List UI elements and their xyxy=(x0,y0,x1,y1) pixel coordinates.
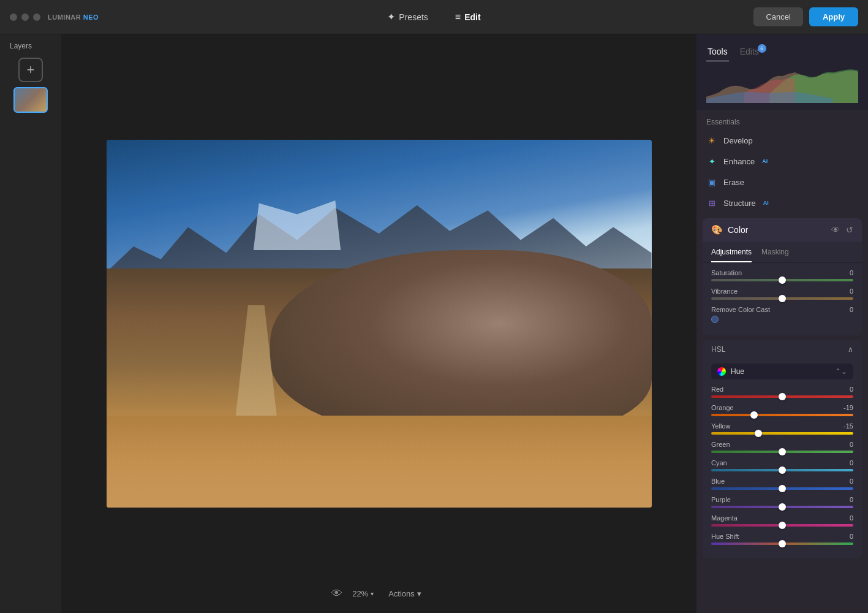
hsl-green-thumb[interactable] xyxy=(779,448,786,455)
color-cast-picker[interactable] xyxy=(711,316,719,323)
structure-icon: ⊞ xyxy=(706,197,717,208)
add-layer-button[interactable]: + xyxy=(18,58,43,82)
develop-label: Develop xyxy=(723,136,753,145)
photo-background xyxy=(107,140,652,508)
saturation-slider[interactable] xyxy=(711,279,853,281)
erase-icon: ▣ xyxy=(706,177,717,188)
close-button[interactable] xyxy=(10,13,17,21)
hsl-cyan-thumb[interactable] xyxy=(779,466,786,474)
zoom-arrow-icon: ▾ xyxy=(371,590,374,597)
hsl-hueshift-label: Hue Shift xyxy=(711,533,739,540)
hsl-orange-slider[interactable] xyxy=(711,414,853,416)
desert-floor xyxy=(107,416,652,508)
canvas-toolbar: 👁 22% ▾ Actions ▾ xyxy=(331,587,426,601)
tool-item-enhance[interactable]: ✦ Enhance AI xyxy=(696,151,868,172)
vibrance-slider[interactable] xyxy=(711,297,853,300)
reset-icon[interactable]: ↺ xyxy=(846,225,853,235)
hsl-orange-label: Orange xyxy=(711,404,734,411)
hsl-hueshift-row: Hue Shift 0 xyxy=(711,533,853,545)
hsl-cyan-slider[interactable] xyxy=(711,469,853,471)
zoom-control[interactable]: 22% ▾ xyxy=(352,589,374,598)
hsl-channel-dropdown[interactable]: Hue ⌃⌄ xyxy=(711,364,853,379)
rock-detail xyxy=(270,250,652,434)
hsl-red-value: 0 xyxy=(839,386,853,393)
hsl-hueshift-thumb[interactable] xyxy=(779,540,786,547)
app-name: LUMINAR NEO xyxy=(48,13,99,21)
vibrance-value: 0 xyxy=(839,287,853,295)
tab-masking[interactable]: Masking xyxy=(761,245,789,262)
hsl-section: HSL ∧ Hue ⌃⌄ Red 0 xyxy=(703,340,862,558)
cancel-button[interactable]: Cancel xyxy=(753,7,802,26)
tool-item-structure[interactable]: ⊞ Structure AI xyxy=(696,192,868,213)
hsl-cyan-value: 0 xyxy=(839,459,853,466)
structure-label: Structure xyxy=(723,199,756,208)
hsl-yellow-slider[interactable] xyxy=(711,432,853,435)
titlebar-center: ✦ Presets ≡ Edit xyxy=(381,7,486,26)
hsl-title: HSL xyxy=(711,345,848,354)
presets-icon: ✦ xyxy=(387,11,395,23)
photo-frame xyxy=(107,140,652,508)
enhance-ai-badge: AI xyxy=(762,158,768,164)
hsl-magenta-slider[interactable] xyxy=(711,524,853,527)
color-cast-row xyxy=(711,316,853,323)
edit-button[interactable]: ≡ Edit xyxy=(449,8,487,26)
hsl-purple-slider[interactable] xyxy=(711,506,853,508)
vibrance-thumb[interactable] xyxy=(779,295,786,302)
histogram-svg xyxy=(706,69,858,103)
hsl-collapse-icon[interactable]: ∧ xyxy=(848,345,853,354)
hsl-purple-thumb[interactable] xyxy=(779,503,786,511)
hsl-color-circle xyxy=(717,367,726,376)
enhance-icon: ✦ xyxy=(706,156,717,167)
hsl-magenta-value: 0 xyxy=(839,514,853,522)
hsl-dropdown-label: Hue xyxy=(731,367,830,376)
hsl-cyan-row: Cyan 0 xyxy=(711,459,853,471)
color-panel: 🎨 Color 👁 ↺ Adjustments Masking Sat xyxy=(703,218,862,335)
hsl-purple-row: Purple 0 xyxy=(711,496,853,508)
layers-label: Layers xyxy=(10,42,32,50)
develop-icon: ☀ xyxy=(706,135,717,146)
tab-edits[interactable]: Edits 6 xyxy=(739,42,760,61)
color-panel-title: Color xyxy=(728,225,826,235)
color-cast-label: Remove Color Cast xyxy=(711,306,770,313)
hsl-header: HSL ∧ xyxy=(703,340,862,359)
saturation-value: 0 xyxy=(839,269,853,276)
panel-header-icons: 👁 ↺ xyxy=(831,225,853,235)
hsl-red-slider[interactable] xyxy=(711,395,853,398)
color-adj-tabs: Adjustments Masking xyxy=(703,242,862,263)
tab-tools[interactable]: Tools xyxy=(706,42,729,61)
hsl-blue-thumb[interactable] xyxy=(779,485,786,492)
hsl-magenta-row: Magenta 0 xyxy=(711,514,853,527)
hsl-yellow-thumb[interactable] xyxy=(755,430,762,437)
visibility-icon[interactable]: 👁 xyxy=(831,225,840,235)
hsl-purple-value: 0 xyxy=(839,496,853,503)
hsl-purple-label: Purple xyxy=(711,496,731,503)
hsl-green-slider[interactable] xyxy=(711,451,853,453)
hsl-hueshift-slider[interactable] xyxy=(711,543,853,545)
hsl-green-label: Green xyxy=(711,441,730,448)
adj-content: Saturation 0 Vibrance 0 xyxy=(703,263,862,335)
hsl-red-row: Red 0 xyxy=(711,386,853,398)
hsl-blue-row: Blue 0 xyxy=(711,478,853,490)
hsl-dropdown-arrow-icon: ⌃⌄ xyxy=(835,367,847,376)
tool-item-develop[interactable]: ☀ Develop xyxy=(696,130,868,151)
saturation-thumb[interactable] xyxy=(779,276,786,284)
apply-button[interactable]: Apply xyxy=(809,7,858,26)
layer-thumbnail[interactable] xyxy=(13,87,48,113)
minimize-button[interactable] xyxy=(21,13,29,21)
maximize-button[interactable] xyxy=(33,13,40,21)
hsl-magenta-thumb[interactable] xyxy=(779,522,786,529)
hsl-blue-slider[interactable] xyxy=(711,487,853,490)
tab-adjustments[interactable]: Adjustments xyxy=(711,245,752,262)
essentials-label: Essentials xyxy=(696,110,868,130)
hsl-red-thumb[interactable] xyxy=(779,393,786,400)
presets-button[interactable]: ✦ Presets xyxy=(381,7,434,26)
eye-icon[interactable]: 👁 xyxy=(331,587,342,600)
histogram xyxy=(696,61,868,110)
color-icon: 🎨 xyxy=(711,224,723,235)
titlebar: LUMINAR NEO ✦ Presets ≡ Edit Cancel Appl… xyxy=(0,0,868,34)
hsl-orange-row: Orange -19 xyxy=(711,404,853,416)
actions-button[interactable]: Actions ▾ xyxy=(383,587,426,601)
hsl-orange-thumb[interactable] xyxy=(750,411,758,419)
tool-item-erase[interactable]: ▣ Erase xyxy=(696,172,868,192)
traffic-lights xyxy=(10,13,40,21)
